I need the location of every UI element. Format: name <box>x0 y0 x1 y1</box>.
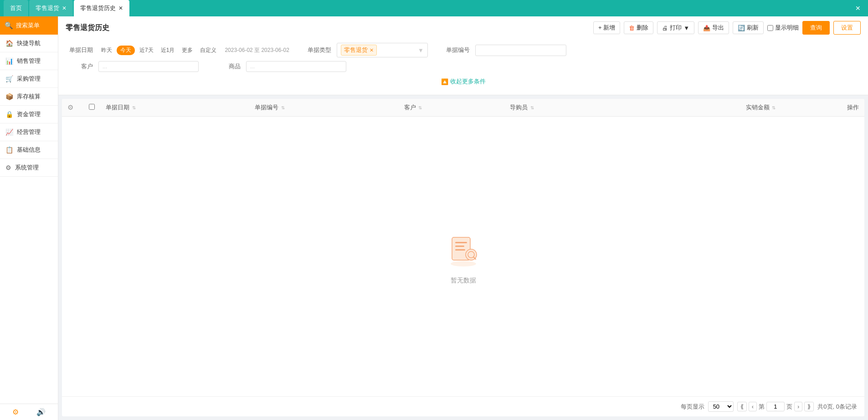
print-icon: 🖨 <box>662 25 668 31</box>
tab-retail-return-history-close[interactable]: ✕ <box>118 5 123 11</box>
volume-icon[interactable]: 🔊 <box>36 408 46 416</box>
bill-number-input[interactable] <box>475 45 566 56</box>
cart-icon: 🛒 <box>5 75 13 82</box>
search-icon: 🔍 <box>5 21 13 30</box>
goods-placeholder: ... <box>250 63 255 70</box>
sidebar-item-purchase-mgmt[interactable]: 🛒 采购管理 <box>0 70 58 88</box>
th-guide: 导购员 ⇅ <box>504 99 632 117</box>
bill-type-dropdown-icon: ▼ <box>418 47 424 54</box>
th-guide-sort[interactable]: ⇅ <box>530 105 534 110</box>
tab-retail-return-history[interactable]: 零售退货历史 ✕ <box>74 0 129 16</box>
date-btn-yesterday[interactable]: 昨天 <box>98 46 115 55</box>
svg-rect-5 <box>455 249 465 251</box>
th-number-sort[interactable]: ⇅ <box>281 105 285 110</box>
page-next-button[interactable]: › <box>794 402 802 411</box>
refresh-icon: 🔄 <box>738 25 745 31</box>
collapse-row: 🔼 收起更多条件 <box>66 76 861 87</box>
page-header: 零售退货历史 + 新增 🗑 删除 🖨 打印 ▼ 📤 <box>58 16 868 95</box>
page-first-button[interactable]: ⟪ <box>737 402 747 411</box>
tab-home[interactable]: 首页 <box>4 0 28 16</box>
th-date-sort[interactable]: ⇅ <box>132 105 136 110</box>
sidebar-item-operations[interactable]: 📈 经营管理 <box>0 123 58 141</box>
tab-retail-return-close[interactable]: ✕ <box>62 5 67 11</box>
clipboard-icon: 📋 <box>5 146 13 154</box>
print-button[interactable]: 🖨 打印 ▼ <box>657 21 694 34</box>
sidebar-item-inventory[interactable]: 📦 库存核算 <box>0 88 58 106</box>
sidebar-item-inventory-label: 库存核算 <box>17 92 41 101</box>
bill-type-tag-close[interactable]: ✕ <box>370 47 374 53</box>
sidebar-nav: 🏠 快捷导航 📊 销售管理 🛒 采购管理 📦 库存核算 🔒 资金管理 📈 <box>0 35 58 404</box>
page-number-input[interactable] <box>766 402 785 411</box>
window-close-button[interactable]: ✕ <box>852 5 864 12</box>
sidebar-item-system-mgmt[interactable]: ⚙ 系统管理 <box>0 159 58 177</box>
tab-retail-return[interactable]: 零售退货 ✕ <box>29 0 73 16</box>
sidebar-item-operations-label: 经营管理 <box>17 128 41 136</box>
gear-icon: ⚙ <box>5 164 11 171</box>
date-btn-7days[interactable]: 近7天 <box>137 46 156 55</box>
page-last-button[interactable]: ⟫ <box>804 402 814 411</box>
customer-placeholder: ... <box>103 63 107 70</box>
th-customer-sort[interactable]: ⇅ <box>418 105 422 110</box>
svg-point-0 <box>451 261 476 266</box>
refresh-button[interactable]: 🔄 刷新 <box>733 21 764 34</box>
sidebar-item-finance-label: 资金管理 <box>17 110 41 118</box>
bill-number-label: 单据编号 <box>442 46 470 54</box>
sidebar-search[interactable]: 🔍 搜索菜单 <box>0 16 58 35</box>
table-settings-icon[interactable]: ⚙ <box>67 103 73 111</box>
new-button[interactable]: + 新增 <box>593 21 620 34</box>
filter-row-1: 单据日期 昨天 今天 近7天 近1月 更多 自定义 2023-06-02 至 2… <box>66 43 861 57</box>
goods-input[interactable]: ... <box>246 61 346 72</box>
show-detail-checkbox-label: 显示明细 <box>767 24 799 32</box>
th-customer-label: 客户 <box>404 104 416 111</box>
th-date: 单据日期 ⇅ <box>100 99 249 117</box>
page-prev-button[interactable]: ‹ <box>749 402 757 411</box>
date-btn-1month[interactable]: 近1月 <box>158 46 178 55</box>
th-actions-label: 操作 <box>847 104 859 111</box>
empty-state: 暂无数据 <box>62 117 864 396</box>
settings-icon[interactable]: ⚙ <box>12 408 19 416</box>
content-area: 零售退货历史 + 新增 🗑 删除 🖨 打印 ▼ 📤 <box>58 16 868 420</box>
setting-button[interactable]: 设置 <box>833 21 861 35</box>
sidebar-item-finance[interactable]: 🔒 资金管理 <box>0 106 58 123</box>
delete-button-label: 删除 <box>637 24 648 32</box>
trending-icon: 📈 <box>5 128 13 136</box>
sidebar-item-quick-nav[interactable]: 🏠 快捷导航 <box>0 35 58 52</box>
th-amount-sort[interactable]: ⇅ <box>772 105 776 110</box>
bill-type-select[interactable]: 零售退货 ✕ ▼ <box>337 43 428 57</box>
th-amount-label: 实销金额 <box>746 104 770 111</box>
date-btn-custom[interactable]: 自定义 <box>197 46 219 55</box>
customer-label: 客户 <box>66 62 93 71</box>
date-range-display: 2023-06-02 至 2023-06-02 <box>225 46 289 54</box>
collapse-up-icon: 🔼 <box>441 78 448 85</box>
svg-rect-4 <box>455 246 464 247</box>
sidebar-item-sales-label: 销售管理 <box>17 57 41 65</box>
th-checkbox <box>83 99 100 117</box>
th-customer: 客户 ⇅ <box>399 99 504 117</box>
show-detail-checkbox[interactable] <box>767 25 773 31</box>
page-size-label: 每页显示 <box>681 403 704 411</box>
sidebar-item-sales-mgmt[interactable]: 📊 销售管理 <box>0 52 58 70</box>
query-button[interactable]: 查询 <box>802 21 830 35</box>
svg-rect-3 <box>455 242 467 243</box>
export-button-label: 导出 <box>712 24 724 32</box>
table-wrap: ⚙ 单据日期 ⇅ 单据编号 ⇅ <box>62 99 864 416</box>
th-actions: 操作 <box>781 99 864 117</box>
customer-input[interactable]: ... <box>98 61 199 72</box>
new-button-label: + 新增 <box>598 24 615 32</box>
bill-type-tag-text: 零售退货 <box>344 46 368 54</box>
delete-button[interactable]: 🗑 删除 <box>624 21 653 34</box>
date-btn-more[interactable]: 更多 <box>179 46 195 55</box>
page-size-select[interactable]: 10 20 50 100 <box>708 401 734 412</box>
collapse-button[interactable]: 🔼 收起更多条件 <box>436 76 491 87</box>
select-all-checkbox[interactable] <box>89 104 95 110</box>
chart-icon: 📊 <box>5 57 13 65</box>
export-button[interactable]: 📤 导出 <box>698 21 729 34</box>
sidebar-item-basic-info[interactable]: 📋 基础信息 <box>0 141 58 159</box>
tab-retail-return-label: 零售退货 <box>36 4 59 12</box>
date-btn-today[interactable]: 今天 <box>117 46 135 55</box>
page-title-row: 零售退货历史 + 新增 🗑 删除 🖨 打印 ▼ 📤 <box>66 21 861 35</box>
print-button-label: 打印 <box>670 24 682 32</box>
empty-text: 暂无数据 <box>451 277 476 285</box>
tab-retail-return-history-label: 零售退货历史 <box>80 4 116 12</box>
filter-row-2: 客户 ... 商品 ... <box>66 61 861 72</box>
